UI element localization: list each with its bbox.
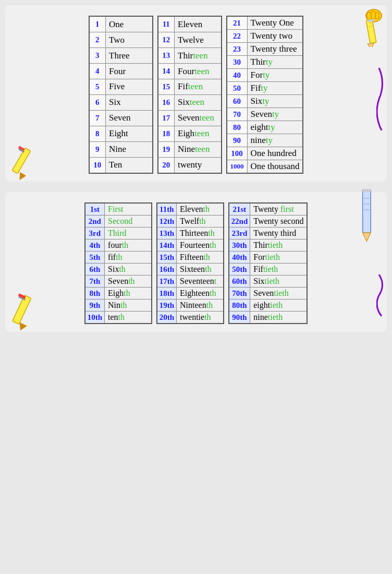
table-row: 6 Six	[89, 94, 153, 110]
word-cell: Fifteen	[175, 79, 222, 94]
word-cell: Twenty three	[247, 43, 303, 56]
svg-rect-1	[367, 13, 371, 20]
table-row: 23 Twenty three	[227, 43, 303, 56]
table-row: 7th Seventh	[85, 276, 152, 288]
table-row: 18th Eighteenth	[157, 288, 224, 300]
table-row: 15th Fifteenth	[157, 252, 224, 264]
table-row: 60 Sixty	[227, 95, 303, 108]
number-cell: 60	[227, 95, 248, 108]
number-cell: 10	[89, 157, 106, 173]
word-cell: fourth	[105, 240, 152, 252]
table-row: 40th Fortieth	[229, 252, 308, 264]
table-row: 21st Twenty first	[229, 203, 308, 216]
svg-rect-13	[363, 190, 371, 233]
word-cell: Forty	[247, 69, 303, 82]
number-cell: 20	[158, 157, 175, 173]
svg-rect-3	[375, 13, 379, 19]
table-row: 12th Twelfth	[157, 216, 224, 228]
word-cell: twenty	[175, 157, 222, 173]
word-cell: Ten	[106, 157, 153, 173]
number-cell: 2nd	[85, 216, 105, 228]
word-cell: Sixtieth	[250, 276, 308, 288]
table-row: 70th Seventieth	[229, 288, 308, 300]
word-cell: Eighteen	[175, 126, 222, 141]
table-row: 4th fourth	[85, 240, 152, 252]
number-cell: 13th	[157, 228, 177, 240]
word-cell: Twenty first	[250, 203, 308, 216]
number-cell: 8	[89, 126, 106, 141]
number-cell: 19	[158, 141, 175, 157]
table-row: 10th tenth	[85, 312, 152, 324]
word-cell: Thirty	[247, 56, 303, 69]
word-cell: ninety	[247, 134, 303, 147]
cardinal-tables: 1 One2 Two3 Three4 Four5 Five6 Six7 Seve…	[13, 16, 379, 174]
table-row: 12 Twelve	[158, 32, 222, 48]
word-cell: Seventh	[105, 276, 152, 288]
number-cell: 21st	[229, 203, 250, 216]
svg-rect-19	[13, 295, 31, 325]
number-cell: 18	[158, 126, 175, 141]
number-cell: 40	[227, 69, 248, 82]
table-row: 16th Sixteenth	[157, 264, 224, 276]
number-cell: 21	[227, 16, 248, 30]
table-row: 22nd Twenty second	[229, 216, 308, 228]
word-cell: Thirtieth	[250, 240, 308, 252]
svg-marker-10	[17, 173, 26, 181]
word-cell: Sixth	[105, 264, 152, 276]
number-cell: 4	[89, 64, 106, 79]
cardinal-table-3: 21 Twenty One22 Twenty two23 Twenty thre…	[226, 16, 304, 174]
number-cell: 11	[158, 16, 175, 32]
table-row: 20 twenty	[158, 157, 222, 173]
word-cell: Fifteenth	[177, 252, 224, 264]
pencil-fist-icon	[345, 5, 387, 47]
number-cell: 12th	[157, 216, 177, 228]
number-cell: 100	[227, 147, 248, 160]
cardinal-section: 1 One2 Two3 Three4 Four5 Five6 Six7 Seve…	[5, 5, 387, 182]
number-cell: 14th	[157, 240, 177, 252]
number-cell: 3rd	[85, 228, 105, 240]
number-cell: 19th	[157, 300, 177, 312]
number-cell: 3	[89, 48, 106, 64]
word-cell: Nineteen	[175, 141, 222, 157]
table-row: 60th Sixtieth	[229, 276, 308, 288]
purple-curl-ordinal-icon	[376, 274, 386, 316]
table-row: 23rd Twenty third	[229, 228, 308, 240]
svg-rect-2	[371, 11, 375, 19]
word-cell: eightty	[247, 121, 303, 134]
word-cell: Seventy	[247, 108, 303, 121]
svg-marker-5	[368, 43, 375, 47]
word-cell: Sixteenth	[177, 264, 224, 276]
number-cell: 17	[158, 110, 175, 126]
number-cell: 60th	[229, 276, 250, 288]
number-cell: 22	[227, 30, 248, 43]
number-cell: 2	[89, 32, 106, 48]
purple-curl-icon	[376, 68, 386, 130]
table-row: 7 Seven	[89, 110, 153, 126]
table-row: 2nd Second	[85, 216, 152, 228]
word-cell: Eleventh	[177, 203, 224, 216]
word-cell: One	[106, 16, 153, 32]
word-cell: First	[105, 203, 152, 216]
word-cell: ninetieth	[250, 312, 308, 324]
word-cell: One thousand	[247, 160, 303, 174]
word-cell: fifth	[105, 252, 152, 264]
table-row: 80th eightieth	[229, 300, 308, 312]
table-row: 13 Thirteen	[158, 48, 222, 64]
ordinal-table-2: 11th Eleventh12th Twelfth13th Thirteenth…	[156, 202, 224, 324]
table-row: 80 eightty	[227, 121, 303, 134]
word-cell: Fiftieth	[250, 264, 308, 276]
table-row: 11th Eleventh	[157, 203, 224, 216]
word-cell: Twenty two	[247, 30, 303, 43]
word-cell: Sixty	[247, 95, 303, 108]
number-cell: 50	[227, 82, 248, 95]
number-cell: 13	[158, 48, 175, 64]
word-cell: eightieth	[250, 300, 308, 312]
number-cell: 40th	[229, 252, 250, 264]
word-cell: Fourteenth	[177, 240, 224, 252]
number-cell: 5	[89, 79, 106, 94]
word-cell: Eighteenth	[177, 288, 224, 300]
number-cell: 23rd	[229, 228, 250, 240]
cardinal-table-2: 11 Eleven12 Twelve13 Thirteen14 Fourteen…	[157, 16, 222, 174]
number-cell: 6th	[85, 264, 105, 276]
number-cell: 70	[227, 108, 248, 121]
